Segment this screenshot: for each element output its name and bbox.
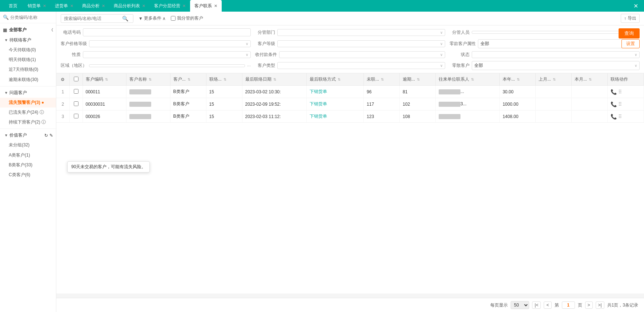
sidebar-group-problem[interactable]: ▼ 问题客户: [0, 88, 56, 98]
row3-contact-person: [436, 110, 500, 123]
my-customers-checkbox[interactable]: [171, 16, 176, 21]
sidebar-item-ungrouped[interactable]: 未分组(32): [0, 140, 56, 150]
sidebar-item-class-c[interactable]: C类客户(6): [0, 170, 56, 180]
row3-method-link[interactable]: 下销货单: [310, 114, 327, 119]
sidebar-item-week-pending[interactable]: 近7天待联络(0): [0, 65, 56, 74]
customer-type-select[interactable]: ∨: [277, 62, 445, 69]
row2-contact: 15: [206, 98, 242, 110]
gender-label: 性质: [61, 52, 81, 58]
zero-customer-select[interactable]: 全部 ∨: [472, 61, 640, 70]
tab-customer-tier-close[interactable]: ✕: [182, 4, 186, 8]
row2-last-method[interactable]: 下销货单: [306, 98, 363, 110]
refresh-icon[interactable]: ↻: [44, 133, 48, 138]
row3-last-method[interactable]: 下销货单: [306, 110, 363, 123]
row2-more-icon[interactable]: ⠿: [618, 101, 622, 107]
col-contact[interactable]: 联络... ⇅: [206, 73, 242, 86]
zero-attr-select[interactable]: 全部 ∨: [478, 39, 640, 48]
sidebar-group-value[interactable]: ▼ 价值客户 ↻ ✎: [0, 130, 56, 140]
settings-button[interactable]: 设置: [621, 39, 640, 48]
col-overdue[interactable]: 逾期... ⇅: [400, 73, 436, 86]
region-select[interactable]: [89, 64, 245, 67]
col-contact-person[interactable]: 往来单位联系人 ⇅: [436, 73, 500, 86]
row1-cp-blurred: [439, 89, 460, 94]
row3-checkbox[interactable]: [69, 110, 82, 123]
last-page-button[interactable]: >|: [596, 301, 604, 309]
search-input[interactable]: [64, 16, 122, 21]
tab-customer-tier[interactable]: 客户分层经营 ✕: [150, 0, 190, 12]
col-this-year[interactable]: 本年... ⇅: [499, 73, 535, 86]
tab-purchase[interactable]: 进货单 ✕: [51, 0, 78, 12]
tab-purchase-close[interactable]: ✕: [70, 4, 73, 8]
payment-select[interactable]: ∨: [279, 51, 445, 58]
row1-checkbox[interactable]: [69, 86, 82, 98]
search-button[interactable]: 🔍: [122, 16, 128, 21]
tab-goods-analysis-list[interactable]: 商品分析列表 ✕: [109, 0, 150, 12]
col-this-month[interactable]: 本月... ⇅: [571, 73, 607, 86]
export-button[interactable]: ↑ 导出: [621, 14, 640, 23]
row2-method-link[interactable]: 下销货单: [310, 101, 327, 106]
col-settings[interactable]: ⚙: [56, 73, 69, 86]
price-level-label: 客户价格等级: [61, 41, 87, 47]
col-code[interactable]: 客户编码 ⇅: [82, 73, 126, 86]
col-name[interactable]: 客户名称 ⇅: [126, 73, 170, 86]
row2-cp-blurred: [439, 102, 460, 107]
tab-sales[interactable]: 销货单 ✕: [23, 0, 51, 12]
page-number-input[interactable]: [562, 301, 575, 309]
scrollbar[interactable]: [56, 293, 644, 298]
window-close-button[interactable]: ✕: [631, 3, 641, 9]
my-customers-checkbox-wrap[interactable]: 我分管的客户: [171, 15, 203, 21]
col-last-method[interactable]: 最后联络方式 ⇅: [306, 73, 363, 86]
select-all-checkbox[interactable]: [74, 77, 79, 81]
row2-code: 00030031: [82, 98, 126, 110]
sidebar-group-pending[interactable]: ▼ 待联络客户: [0, 35, 56, 45]
status-select[interactable]: ∨: [472, 51, 640, 58]
first-page-button[interactable]: |<: [532, 301, 541, 309]
tab-goods-analysis-list-close[interactable]: ✕: [142, 4, 145, 8]
col-last-date[interactable]: 最后联络日期 ⇅: [242, 73, 306, 86]
row1-method-link[interactable]: 下销货单: [310, 89, 327, 94]
region-dots[interactable]: ···: [247, 63, 251, 68]
row3-more-icon[interactable]: ⠿: [618, 114, 622, 119]
sidebar-item-overdue[interactable]: 逾期未联络(30): [0, 75, 56, 85]
query-button[interactable]: 查询: [619, 28, 640, 39]
sidebar-item-class-b[interactable]: B类客户(33): [0, 160, 56, 170]
sidebar-item-today-pending[interactable]: 今天待联络(0): [0, 45, 56, 55]
customer-type-label: 客户类型: [255, 62, 275, 69]
next-page-button[interactable]: >: [585, 301, 593, 309]
filter-icon: ▼: [138, 16, 143, 21]
gender-select[interactable]: ∨: [83, 51, 251, 58]
row2-checkbox[interactable]: [69, 98, 82, 110]
person-select[interactable]: [472, 31, 634, 34]
row1-more-icon[interactable]: ⠿: [618, 89, 622, 95]
sidebar-item-churned[interactable]: 已流失客户(24) ⓘ: [0, 108, 56, 117]
tab-goods-analysis[interactable]: 商品分析 ✕: [78, 0, 109, 12]
dept-select[interactable]: ∨: [277, 29, 445, 36]
sidebar-all-customers[interactable]: ▦ 全部客户 《: [0, 25, 56, 35]
row1-phone-icon[interactable]: 📞: [611, 89, 617, 95]
tab-home[interactable]: 首页: [3, 0, 23, 12]
contact-person-sort-icon: ⇅: [471, 77, 474, 81]
tab-customer-contact-close[interactable]: ✕: [214, 4, 217, 8]
price-level-select[interactable]: ∨: [89, 40, 251, 47]
col-type[interactable]: 客户... ⇅: [170, 73, 206, 86]
edit-icon[interactable]: ✎: [49, 133, 53, 138]
row2-phone-icon[interactable]: 📞: [611, 101, 617, 107]
sidebar-search-input[interactable]: [10, 15, 53, 20]
tab-goods-analysis-close[interactable]: ✕: [102, 4, 105, 8]
sidebar-item-class-a[interactable]: A类客户(1): [0, 150, 56, 160]
sidebar-item-churn-warning[interactable]: 流失预警客户(3) ●: [0, 98, 56, 108]
tab-customer-contact[interactable]: 客户联系 ✕: [190, 0, 222, 12]
sidebar-item-tomorrow-pending[interactable]: 明天待联络(1): [0, 55, 56, 65]
more-conditions-button[interactable]: ▼ 更多条件 ∧: [136, 14, 168, 23]
phone-input[interactable]: [83, 28, 251, 36]
row1-last-method[interactable]: 下销货单: [306, 86, 363, 98]
tab-sales-close[interactable]: ✕: [43, 4, 46, 8]
row3-phone-icon[interactable]: 📞: [611, 114, 617, 119]
customer-level-select[interactable]: ∨: [277, 40, 445, 47]
per-page-select[interactable]: 50 100 200: [511, 301, 529, 309]
sidebar-item-declining[interactable]: 持续下滑客户(2) ⓘ: [0, 117, 56, 127]
col-last-month[interactable]: 上月... ⇅: [535, 73, 571, 86]
col-uncontacted[interactable]: 未联... ⇅: [364, 73, 400, 86]
prev-page-button[interactable]: <: [544, 301, 551, 309]
row3-this-year: 1408.00: [499, 110, 535, 123]
